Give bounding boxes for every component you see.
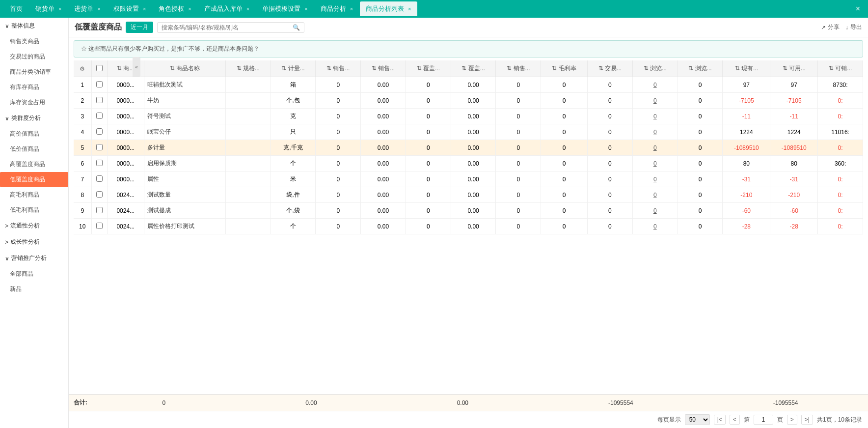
close-icon[interactable]: × — [58, 6, 61, 12]
sidebar-item-category-rate[interactable]: 商品分类动销率 — [0, 64, 68, 80]
sort-icon[interactable]: ⇅ — [372, 65, 377, 72]
sort-icon[interactable]: ⇅ — [783, 65, 787, 72]
sort-icon[interactable]: ⇅ — [829, 65, 834, 72]
share-button[interactable]: ↗ 分享 — [821, 23, 840, 31]
row-browse1[interactable]: 0 — [632, 219, 678, 234]
close-icon[interactable]: × — [143, 6, 146, 12]
nav-tab-role[interactable]: 角色授权 × — [153, 1, 197, 16]
row-browse1[interactable]: 0 — [632, 93, 678, 109]
row-checkbox[interactable] — [91, 77, 107, 93]
search-icon[interactable]: 🔍 — [293, 24, 300, 31]
row-name[interactable]: 测试数量 — [144, 187, 226, 203]
prev-page-button[interactable]: < — [730, 415, 740, 425]
nav-tab-sales[interactable]: 销货单 × — [29, 1, 67, 16]
per-page-select[interactable]: 50 20 100 200 — [685, 414, 710, 425]
row-select-checkbox[interactable] — [96, 113, 103, 119]
sidebar-item-all-goods[interactable]: 全部商品 — [0, 266, 68, 282]
row-select-checkbox[interactable] — [96, 97, 103, 103]
row-name[interactable]: 牛奶 — [144, 93, 226, 109]
row-name[interactable]: 符号测试 — [144, 109, 226, 124]
row-browse1[interactable]: 0 — [632, 156, 678, 171]
row-select-checkbox[interactable] — [96, 144, 103, 150]
select-all-checkbox[interactable] — [96, 65, 103, 71]
sidebar-section-flow[interactable]: > 流通性分析 — [0, 218, 68, 234]
sidebar-item-high-margin[interactable]: 高毛利商品 — [0, 187, 68, 202]
row-browse1[interactable]: 0 — [632, 77, 678, 93]
row-name[interactable]: 眠宝公仔 — [144, 124, 226, 140]
sidebar-item-low-value[interactable]: 低价值商品 — [0, 142, 68, 157]
nav-tab-permissions[interactable]: 权限设置 × — [108, 1, 152, 16]
first-page-button[interactable]: |< — [714, 415, 726, 425]
search-input[interactable] — [162, 24, 291, 31]
sort-icon[interactable]: ⇅ — [281, 65, 286, 72]
sidebar-item-inventory-capital[interactable]: 库存资金占用 — [0, 95, 68, 110]
row-checkbox[interactable] — [91, 187, 107, 203]
row-select-checkbox[interactable] — [96, 175, 103, 182]
sidebar-collapse-button[interactable]: « — [133, 57, 140, 77]
settings-icon[interactable]: ⚙ — [80, 65, 85, 72]
date-filter-button[interactable]: 近一月 — [126, 22, 153, 33]
row-select-checkbox[interactable] — [96, 207, 103, 213]
row-name[interactable]: 启用保质期 — [144, 156, 226, 171]
sort-icon[interactable]: ⇅ — [170, 65, 175, 72]
row-browse1[interactable]: 0 — [632, 124, 678, 140]
row-browse1[interactable]: 0 — [632, 187, 678, 203]
row-browse1[interactable]: 0 — [632, 109, 678, 124]
sidebar-item-traded-goods[interactable]: 交易过的商品 — [0, 49, 68, 64]
row-select-checkbox[interactable] — [96, 160, 103, 166]
row-browse1[interactable]: 0 — [632, 140, 678, 156]
nav-tab-analysis[interactable]: 商品分析 × — [315, 1, 359, 16]
close-icon[interactable]: × — [304, 6, 307, 12]
sidebar-item-new-goods[interactable]: 新品 — [0, 282, 68, 297]
settings-column-header[interactable]: ⚙ — [74, 60, 91, 77]
close-icon[interactable]: × — [408, 6, 411, 12]
sort-icon[interactable]: ⇅ — [735, 65, 740, 72]
close-all-button[interactable]: × — [852, 4, 864, 13]
sidebar-section-cluster[interactable]: ∨ 类群度分析 — [0, 110, 68, 126]
sort-icon[interactable]: ⇅ — [461, 65, 466, 72]
row-checkbox[interactable] — [91, 171, 107, 187]
close-icon[interactable]: × — [188, 6, 191, 12]
row-checkbox[interactable] — [91, 124, 107, 140]
sort-icon[interactable]: ⇅ — [326, 65, 331, 72]
sidebar-section-growth[interactable]: > 成长性分析 — [0, 234, 68, 250]
row-name[interactable]: 测试提成 — [144, 203, 226, 219]
row-name[interactable]: 属性价格打印测试 — [144, 219, 226, 234]
nav-tab-home[interactable]: 首页 — [4, 1, 28, 16]
row-checkbox[interactable] — [91, 109, 107, 124]
nav-tab-analysis-list[interactable]: 商品分析列表 × — [360, 1, 417, 16]
export-button[interactable]: ↓ 导出 — [845, 23, 862, 31]
nav-tab-template[interactable]: 单据模板设置 × — [256, 1, 313, 16]
sidebar-item-high-coverage[interactable]: 高覆盖度商品 — [0, 157, 68, 172]
sidebar-item-stocked-goods[interactable]: 有库存商品 — [0, 80, 68, 95]
row-checkbox[interactable] — [91, 93, 107, 109]
sort-icon[interactable]: ⇅ — [507, 65, 512, 72]
row-name[interactable]: 多计量 — [144, 140, 226, 156]
row-select-checkbox[interactable] — [96, 128, 103, 135]
row-browse1[interactable]: 0 — [632, 203, 678, 219]
sort-icon[interactable]: ⇅ — [117, 65, 122, 72]
page-number-input[interactable] — [754, 415, 773, 425]
sidebar-item-sales-goods[interactable]: 销售类商品 — [0, 34, 68, 49]
row-select-checkbox[interactable] — [96, 191, 103, 198]
sort-icon[interactable]: ⇅ — [644, 65, 649, 72]
sidebar-item-low-coverage[interactable]: 低覆盖度商品 — [0, 172, 68, 187]
row-name[interactable]: 旺辅批次测试 — [144, 77, 226, 93]
close-icon[interactable]: × — [350, 6, 353, 12]
next-page-button[interactable]: > — [787, 415, 797, 425]
row-name[interactable]: 属性 — [144, 171, 226, 187]
sort-icon[interactable]: ⇅ — [417, 65, 422, 72]
row-checkbox[interactable] — [91, 156, 107, 171]
sort-icon[interactable]: ⇅ — [598, 65, 603, 72]
row-select-checkbox[interactable] — [96, 81, 103, 87]
sort-icon[interactable]: ⇅ — [237, 65, 242, 72]
close-icon[interactable]: × — [97, 6, 100, 12]
nav-tab-purchase[interactable]: 进货单 × — [68, 1, 106, 16]
sidebar-item-low-margin[interactable]: 低毛利商品 — [0, 202, 68, 218]
row-checkbox[interactable] — [91, 203, 107, 219]
sidebar-section-overall[interactable]: ∨ 整体信息 — [0, 18, 68, 34]
row-select-checkbox[interactable] — [96, 223, 103, 229]
sort-icon[interactable]: ⇅ — [552, 65, 557, 72]
sidebar-item-high-value[interactable]: 高价值商品 — [0, 126, 68, 142]
close-icon[interactable]: × — [246, 6, 249, 12]
